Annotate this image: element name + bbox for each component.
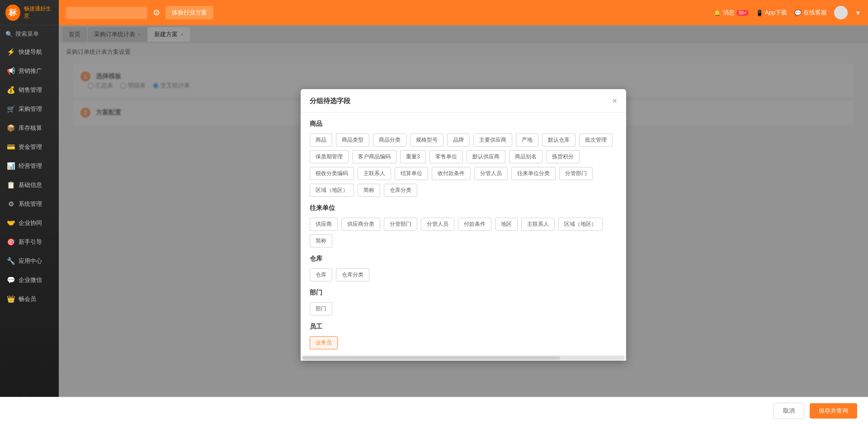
- sidebar-icon-member: 👑: [7, 295, 15, 303]
- user-menu-icon[interactable]: ▼: [855, 10, 861, 16]
- sidebar-label-purchase: 采购管理: [19, 105, 42, 113]
- header: ⚙ 体验行业方案 🔔 消息 99+ 📱 App下载 💬 在线客服 ▼: [59, 0, 868, 25]
- section-title-goods: 商品: [310, 120, 617, 128]
- tag-goods-3[interactable]: 规格型号: [410, 133, 443, 147]
- tag-goods-16[interactable]: 税收分类编码: [310, 167, 354, 180]
- tag-partner-5[interactable]: 地区: [495, 218, 518, 231]
- tag-goods-20[interactable]: 分管人员: [474, 167, 508, 180]
- tag-goods-4[interactable]: 品牌: [447, 133, 470, 147]
- cancel-button[interactable]: 取消: [774, 403, 804, 419]
- sidebar-item-corp-collab[interactable]: 🤝企业协同: [0, 214, 59, 233]
- tag-partner-1[interactable]: 供应商分类: [341, 218, 380, 231]
- sidebar-label-corp-collab: 企业协同: [19, 219, 42, 227]
- header-right: 🔔 消息 99+ 📱 App下载 💬 在线客服 ▼: [714, 6, 861, 19]
- tags-row-staff: 业务员: [310, 336, 617, 349]
- header-left: ⚙ 体验行业方案: [66, 6, 213, 19]
- header-search-input[interactable]: [66, 7, 147, 19]
- sidebar-icon-corp-wechat: 💬: [7, 276, 15, 284]
- sidebar-label-basic-info: 基础信息: [19, 181, 42, 189]
- tag-goods-0[interactable]: 商品: [310, 133, 332, 147]
- tag-goods-24[interactable]: 简称: [358, 184, 380, 197]
- notification-badge: 99+: [736, 10, 749, 16]
- sidebar-item-app-center[interactable]: 🔧应用中心: [0, 252, 59, 271]
- sidebar-label-finance: 资金管理: [19, 143, 42, 151]
- tag-warehouse-0[interactable]: 仓库: [310, 268, 332, 281]
- tag-goods-25[interactable]: 仓库分类: [384, 184, 417, 197]
- tag-partner-2[interactable]: 分管部门: [384, 218, 417, 231]
- tag-goods-6[interactable]: 产地: [516, 133, 538, 147]
- dialog-header: 分组待选字段 ×: [301, 89, 626, 113]
- section-title-staff: 员工: [310, 323, 617, 331]
- tag-goods-9[interactable]: 保质期管理: [310, 150, 349, 163]
- sidebar-item-operations[interactable]: 📊经营管理: [0, 157, 59, 176]
- tag-goods-11[interactable]: 重量3: [400, 150, 426, 163]
- tag-goods-15[interactable]: 拣货积分: [546, 150, 580, 163]
- app-download-icon: 📱: [756, 10, 763, 16]
- tag-goods-13[interactable]: 默认供应商: [467, 150, 505, 163]
- tag-goods-2[interactable]: 商品分类: [373, 133, 406, 147]
- tag-department-0[interactable]: 部门: [310, 302, 332, 315]
- sidebar-item-corp-wechat[interactable]: 💬企业微信: [0, 271, 59, 290]
- tags-row-partner: 供应商供应商分类分管部门分管人员付款条件地区主联系人区域（地区）简称: [310, 218, 617, 248]
- tag-goods-21[interactable]: 往来单位分类: [511, 167, 556, 180]
- tag-goods-7[interactable]: 默认仓库: [542, 133, 576, 147]
- section-title-warehouse: 仓库: [310, 255, 617, 263]
- dialog-hscroll[interactable]: [301, 355, 626, 361]
- sidebar-item-finance[interactable]: 💳资金管理: [0, 138, 59, 157]
- notification-item[interactable]: 🔔 消息 99+: [714, 9, 749, 17]
- sidebar-item-marketing[interactable]: 📢营销推广: [0, 62, 59, 81]
- sidebar-item-system[interactable]: ⚙系统管理: [0, 195, 59, 214]
- sidebar-icon-marketing: 📢: [7, 67, 15, 75]
- sidebar-item-purchase[interactable]: 🛒采购管理: [0, 100, 59, 119]
- tag-goods-12[interactable]: 零售单位: [429, 150, 463, 163]
- sidebar-item-sales[interactable]: 💰销售管理: [0, 81, 59, 100]
- dialog-footer: 取消 保存并查询: [0, 397, 868, 424]
- dialog-overlay: 分组待选字段 × 商品商品商品类型商品分类规格型号品牌主要供应商产地默认仓库批次…: [59, 25, 868, 424]
- sidebar-item-basic-info[interactable]: 📋基础信息: [0, 176, 59, 195]
- sidebar-label-system: 系统管理: [19, 200, 42, 208]
- header-gear-icon[interactable]: ⚙: [153, 8, 160, 18]
- tag-goods-5[interactable]: 主要供应商: [473, 133, 512, 147]
- tag-goods-8[interactable]: 批次管理: [579, 133, 613, 147]
- tag-goods-23[interactable]: 区域（地区）: [310, 184, 354, 197]
- section-title-partner: 往来单位: [310, 204, 617, 212]
- sidebar-logo: 标 畅捷通好生意: [0, 0, 59, 25]
- confirm-button[interactable]: 保存并查询: [810, 403, 857, 419]
- app-download-item[interactable]: 📱 App下载: [756, 9, 787, 17]
- sidebar-icon-sales: 💰: [7, 86, 15, 94]
- sidebar-item-inventory[interactable]: 📦库存核算: [0, 119, 59, 138]
- tag-staff-0[interactable]: 业务员: [310, 336, 338, 349]
- dialog-body[interactable]: 商品商品商品类型商品分类规格型号品牌主要供应商产地默认仓库批次管理保质期管理客户…: [301, 113, 626, 355]
- sidebar-item-newbie[interactable]: 🎯新手引导: [0, 233, 59, 252]
- tag-partner-6[interactable]: 主联系人: [521, 218, 555, 231]
- sidebar-label-operations: 经营管理: [19, 162, 42, 170]
- avatar[interactable]: [834, 6, 848, 19]
- online-service-item[interactable]: 💬 在线客服: [794, 9, 827, 17]
- tag-goods-22[interactable]: 分管部门: [559, 167, 593, 180]
- search-icon: 🔍: [5, 31, 13, 38]
- tag-partner-3[interactable]: 分管人员: [421, 218, 454, 231]
- sidebar-icon-system: ⚙: [7, 200, 15, 208]
- sidebar-item-quick-nav[interactable]: ⚡快捷导航: [0, 43, 59, 62]
- tag-goods-18[interactable]: 结算单位: [395, 167, 428, 180]
- sidebar-search[interactable]: 🔍 搜索菜单: [0, 25, 59, 43]
- sidebar-label-inventory: 库存核算: [19, 124, 42, 132]
- sidebar-label-quick-nav: 快捷导航: [19, 48, 42, 56]
- tag-partner-8[interactable]: 简称: [310, 234, 332, 248]
- tag-partner-0[interactable]: 供应商: [310, 218, 338, 231]
- dialog-close-icon[interactable]: ×: [612, 96, 617, 106]
- tag-goods-1[interactable]: 商品类型: [336, 133, 369, 147]
- tag-goods-17[interactable]: 主联系人: [358, 167, 391, 180]
- tag-warehouse-1[interactable]: 仓库分类: [336, 268, 369, 281]
- tag-goods-19[interactable]: 收付款条件: [432, 167, 471, 180]
- tag-partner-7[interactable]: 区域（地区）: [558, 218, 603, 231]
- tag-partner-4[interactable]: 付款条件: [458, 218, 491, 231]
- sidebar-icon-app-center: 🔧: [7, 257, 15, 265]
- sidebar-item-member[interactable]: 👑畅会员: [0, 290, 59, 309]
- sidebar-label-marketing: 营销推广: [19, 67, 42, 75]
- experience-solution-button[interactable]: 体验行业方案: [165, 6, 213, 19]
- tag-goods-14[interactable]: 商品别名: [509, 150, 542, 163]
- sidebar-icon-operations: 📊: [7, 162, 15, 170]
- tag-goods-10[interactable]: 客户商品编码: [352, 150, 396, 163]
- sidebar-icon-basic-info: 📋: [7, 181, 15, 189]
